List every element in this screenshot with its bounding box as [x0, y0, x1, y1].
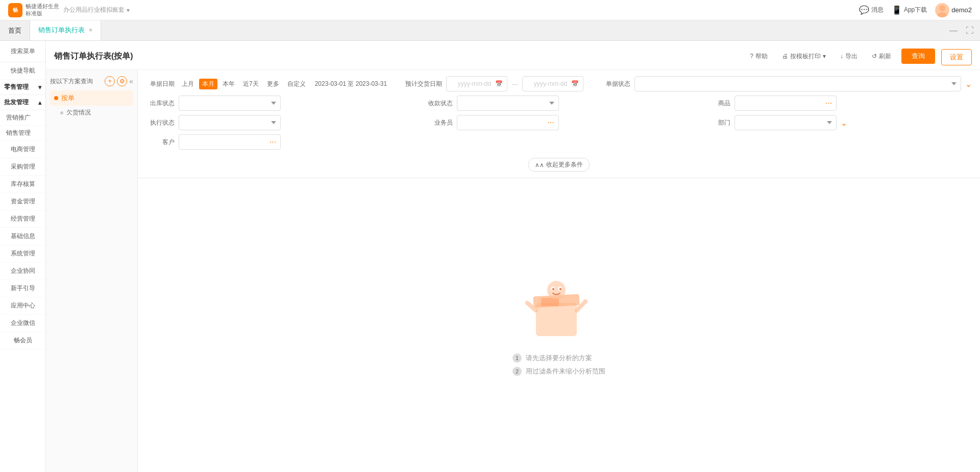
app-download-button[interactable]: 📱 App下载: [892, 5, 927, 15]
scheme-panel-header: 按以下方案查询 + ⚙ «: [50, 76, 133, 86]
dept-expand-icon[interactable]: ⌄: [841, 118, 847, 128]
sidebar-item-basic[interactable]: 基础信息: [0, 228, 45, 245]
tab-bar-actions: — ⛶: [947, 24, 980, 37]
breadcrumb[interactable]: 办公用品行业模拟账套 ▾: [63, 6, 130, 14]
scheme-settings-button[interactable]: ⚙: [117, 76, 127, 86]
sidebar-item-system[interactable]: 系统管理: [0, 245, 45, 263]
collapse-row: ∧∧ 收起更多条件: [138, 154, 980, 178]
collapse-more-button[interactable]: ∧∧ 收起更多条件: [528, 158, 590, 172]
filter-status-group: 单据状态 ⌄: [602, 76, 972, 91]
salesperson-label: 业务员: [424, 119, 453, 127]
scheme-item-shortage[interactable]: 欠货情况: [50, 106, 133, 120]
sidebar: 搜索菜单 快捷导航 零售管理 ▾ 批发管理 ▴ 营销推广 销售管理 电商管理 采…: [0, 41, 46, 472]
sidebar-item-apps[interactable]: 应用中心: [0, 297, 45, 315]
ship-status-select[interactable]: [179, 96, 281, 111]
date-tab-thisyear[interactable]: 本年: [219, 79, 238, 89]
date-dash: —: [511, 80, 518, 88]
sidebar-item-marketing[interactable]: 营销推广: [0, 110, 45, 126]
status-select[interactable]: [634, 76, 961, 91]
svg-point-9: [559, 288, 561, 290]
status-expand-icon[interactable]: ⌄: [965, 79, 972, 89]
sidebar-item-quicknav[interactable]: 快捷导航: [0, 62, 45, 80]
date-range-text: 2023-03-01 至 2023-03-31: [315, 80, 387, 88]
receipt-status-select[interactable]: [457, 96, 559, 111]
sidebar-item-wholesale[interactable]: 批发管理 ▴: [0, 95, 45, 110]
filter-exec-group: 执行状态: [146, 115, 416, 130]
wholesale-chevron-icon: ▴: [38, 99, 41, 106]
sidebar-item-wechat[interactable]: 企业微信: [0, 315, 45, 332]
sidebar-search-button[interactable]: 搜索菜单: [3, 45, 42, 58]
sidebar-item-sales[interactable]: 销售管理: [0, 126, 45, 141]
sidebar-item-operations[interactable]: 经营管理: [0, 210, 45, 228]
date-tab-more[interactable]: 更多: [264, 79, 282, 89]
sidebar-item-member[interactable]: 畅会员: [0, 332, 45, 349]
tab-close-icon[interactable]: ×: [89, 27, 92, 34]
top-bar-right: 💬 消息 📱 App下载 demo2: [859, 3, 972, 17]
empty-state: 1 请先选择要分析的方案 2 用过滤条件来缩小分析范围: [138, 178, 980, 472]
download-icon: 📱: [892, 5, 902, 15]
svg-point-1: [937, 12, 947, 17]
date-tabs-group: 上月 本月 本年 近7天 更多 自定义: [179, 79, 309, 89]
settings-button[interactable]: 设置: [941, 49, 972, 65]
sidebar-item-retail[interactable]: 零售管理 ▾: [0, 80, 45, 95]
predicted-date-end-input[interactable]: yyyy-mm-dd 📅: [522, 76, 583, 91]
customer-dots-icon[interactable]: ···: [270, 137, 276, 147]
message-button[interactable]: 💬 消息: [859, 5, 884, 15]
print-button[interactable]: 🖨 按模板打印 ▾: [778, 50, 830, 63]
main-area: 搜索菜单 快捷导航 零售管理 ▾ 批发管理 ▴ 营销推广 销售管理 电商管理 采…: [0, 41, 980, 472]
sidebar-item-purchase[interactable]: 采购管理: [0, 158, 45, 176]
sidebar-search-area[interactable]: 搜索菜单: [0, 41, 45, 62]
logo-icon: 畅: [8, 3, 22, 17]
date-tab-custom[interactable]: 自定义: [284, 79, 309, 89]
salesperson-input[interactable]: ···: [457, 115, 559, 130]
goods-input[interactable]: ···: [734, 96, 837, 111]
goods-dots-icon[interactable]: ···: [825, 99, 832, 108]
content-area: 销售订单执行表(按单) ? 帮助 🖨 按模板打印 ▾ ↓ 导出: [46, 41, 980, 472]
predicted-date-start-input[interactable]: yyyy-mm-dd 📅: [446, 76, 507, 91]
export-button[interactable]: ↓ 导出: [836, 50, 862, 63]
dept-select[interactable]: [734, 115, 837, 130]
empty-svg-icon: [523, 275, 595, 341]
filter-row-4: 客户 ···: [138, 134, 980, 154]
sidebar-item-inventory[interactable]: 库存核算: [0, 176, 45, 193]
scheme-item-order[interactable]: 按单: [50, 90, 133, 106]
exec-status-label: 执行状态: [146, 119, 175, 127]
date-tab-thismonth[interactable]: 本月: [199, 79, 217, 89]
help-button[interactable]: ? 帮助: [746, 50, 772, 63]
calendar-icon-2: 📅: [571, 80, 579, 87]
salesperson-dots-icon[interactable]: ···: [547, 118, 554, 127]
scheme-add-button[interactable]: +: [105, 76, 115, 86]
page-header: 销售订单执行表(按单) ? 帮助 🖨 按模板打印 ▾ ↓ 导出: [46, 41, 980, 70]
exec-status-select[interactable]: [179, 115, 281, 130]
filter-ship-group: 出库状态: [146, 96, 416, 111]
query-button[interactable]: 查询: [901, 49, 935, 64]
sidebar-item-newuser[interactable]: 新手引导: [0, 280, 45, 297]
filter-dept-group: 部门 ⌄: [702, 115, 972, 130]
ship-status-label: 出库状态: [146, 99, 175, 108]
page-title: 销售订单执行表(按单): [54, 51, 133, 62]
filter-date-group: 单据日期 上月 本月 本年 近7天 更多 自定义 2023-03-01 至 20…: [146, 79, 387, 89]
breadcrumb-chevron-icon: ▾: [127, 7, 130, 14]
date-tab-lastmonth[interactable]: 上月: [179, 79, 197, 89]
filter-salesperson-group: 业务员 ···: [424, 115, 694, 130]
tab-minimize-icon[interactable]: —: [947, 24, 960, 37]
empty-hint-1: 1 请先选择要分析的方案: [512, 353, 605, 363]
refresh-button[interactable]: ↺ 刷新: [868, 50, 895, 63]
date-tab-7days[interactable]: 近7天: [240, 79, 262, 89]
customer-input[interactable]: ···: [179, 134, 281, 150]
top-bar-left: 畅 畅捷通好生意 标准版 办公用品行业模拟账套 ▾: [8, 3, 130, 17]
tab-active[interactable]: 销售订单执行表 ×: [30, 20, 101, 40]
tab-home[interactable]: 首页: [0, 20, 30, 40]
scheme-collapse-button[interactable]: «: [129, 77, 133, 85]
empty-illustration: [523, 275, 595, 341]
dept-label: 部门: [702, 119, 730, 127]
sidebar-item-ecommerce[interactable]: 电商管理: [0, 141, 45, 158]
empty-hint-2: 2 用过滤条件来缩小分析范围: [512, 367, 605, 376]
sidebar-item-finance[interactable]: 资金管理: [0, 193, 45, 210]
predicted-date-label: 预计交货日期: [405, 80, 442, 88]
hint-num-2: 2: [512, 367, 522, 376]
user-area[interactable]: demo2: [935, 3, 972, 17]
sidebar-item-enterprise[interactable]: 企业协同: [0, 263, 45, 280]
tab-maximize-icon[interactable]: ⛶: [964, 24, 976, 37]
scheme-dot-icon: [54, 96, 58, 100]
